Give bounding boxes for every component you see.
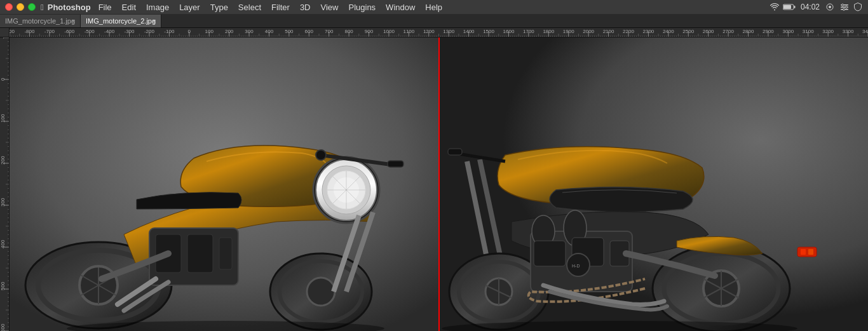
tab-1-label: IMG_motorcycle_1.jpg: [5, 17, 75, 25]
tab-2-close[interactable]: ×: [149, 17, 158, 25]
ruler-horizontal: [10, 28, 868, 37]
svg-text:H-D: H-D: [572, 264, 580, 268]
tab-2[interactable]: IMG_motorcycle_2.jpg ×: [81, 15, 161, 27]
menu-view[interactable]: View: [316, 0, 344, 14]
tab-2-label: IMG_motorcycle_2.jpg: [86, 17, 156, 25]
minimize-button[interactable]: [17, 3, 24, 11]
menu-image[interactable]: Image: [141, 0, 174, 14]
v-ruler-canvas: [0, 37, 10, 331]
wifi-icon-2: [825, 3, 835, 11]
shield-icon: [854, 3, 862, 11]
time-display: 04:02: [801, 3, 820, 11]
h-ruler-canvas: [10, 28, 868, 37]
svg-rect-64: [801, 249, 806, 255]
maximize-button[interactable]: [28, 3, 36, 11]
menu-bar:  Photoshop File Edit Image Layer Type S…: [41, 0, 447, 14]
svg-rect-38: [187, 234, 213, 273]
menu-type[interactable]: Type: [205, 0, 233, 14]
svg-rect-63: [797, 247, 817, 257]
title-bar:  Photoshop File Edit Image Layer Type S…: [0, 0, 868, 14]
traffic-lights: [5, 3, 36, 11]
svg-point-34: [316, 150, 326, 160]
menu-select[interactable]: Select: [233, 0, 266, 14]
menu-layer[interactable]: Layer: [174, 0, 205, 14]
svg-point-4: [829, 6, 831, 8]
ruler-h-row: [0, 28, 868, 37]
close-button[interactable]: [5, 3, 13, 11]
svg-rect-39: [219, 238, 232, 269]
svg-rect-1: [794, 6, 795, 8]
wifi-icon: [770, 3, 779, 11]
app-name: Photoshop: [48, 3, 91, 12]
menu-window[interactable]: Window: [381, 0, 420, 14]
menu-filter[interactable]: Filter: [266, 0, 295, 14]
apple-logo-icon: : [41, 3, 44, 12]
ps-main: H-D: [0, 28, 868, 331]
titlebar-right: 04:02: [770, 0, 862, 14]
svg-rect-2: [783, 5, 791, 9]
tab-1-close[interactable]: ×: [69, 17, 78, 25]
ruler-corner: [0, 28, 10, 37]
svg-point-10: [843, 8, 845, 10]
canvas-content[interactable]: H-D: [10, 37, 868, 331]
svg-point-9: [846, 6, 848, 8]
menu-help[interactable]: Help: [420, 0, 447, 14]
tabs-bar: IMG_motorcycle_1.jpg × IMG_motorcycle_2.…: [0, 14, 868, 28]
motorcycle-image: H-D: [10, 37, 868, 331]
ruler-vertical: [0, 37, 10, 331]
menu-plugins[interactable]: Plugins: [343, 0, 381, 14]
content-row: H-D: [0, 37, 868, 331]
svg-rect-35: [388, 161, 403, 167]
control-icon: [840, 3, 849, 11]
menu-3d[interactable]: 3D: [295, 0, 316, 14]
svg-rect-52: [534, 241, 566, 266]
svg-point-21: [307, 278, 335, 306]
svg-point-8: [842, 4, 844, 6]
menu-edit[interactable]: Edit: [117, 0, 141, 14]
svg-rect-48: [448, 149, 462, 155]
tab-1[interactable]: IMG_motorcycle_1.jpg ×: [0, 15, 81, 27]
battery-icon: [783, 4, 796, 10]
status-icons: [770, 3, 796, 11]
svg-rect-65: [808, 249, 813, 255]
canvas-scroll[interactable]: H-D: [10, 37, 868, 331]
menu-file[interactable]: File: [93, 0, 117, 14]
